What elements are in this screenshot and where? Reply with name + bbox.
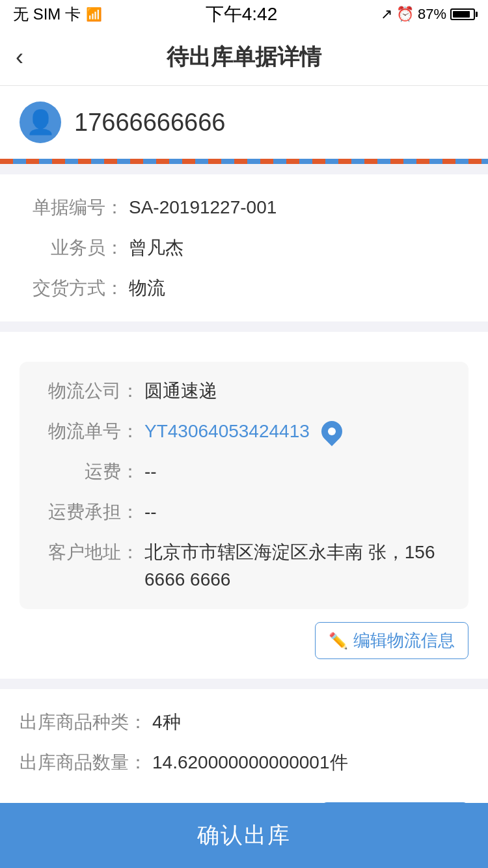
battery-fill (453, 11, 470, 18)
back-button[interactable]: ‹ (16, 44, 23, 71)
wifi-icon: 📶 (86, 7, 102, 22)
logistics-company-label: 物流公司： (35, 377, 139, 405)
logistics-company-value: 圆通速递 (139, 377, 453, 405)
nav-bar: ‹ 待出库单据详情 (0, 29, 488, 86)
goods-type-row: 出库商品种类： 4种 (20, 709, 468, 736)
salesman-label: 业务员： (20, 234, 124, 262)
delivery-label: 交货方式： (20, 275, 124, 302)
order-no-value: SA-20191227-001 (124, 194, 468, 221)
goods-type-label: 出库商品种类： (20, 709, 147, 736)
freight-label: 运费： (35, 458, 139, 485)
address-value: 北京市市辖区海淀区永丰南 张，156 6666 6666 (139, 539, 453, 593)
freight-bear-row: 运费承担： -- (35, 498, 453, 526)
salesman-row: 业务员： 曾凡杰 (20, 234, 468, 262)
order-info-section: 单据编号： SA-20191227-001 业务员： 曾凡杰 交货方式： 物流 (0, 174, 488, 321)
logistics-card: 物流公司： 圆通速递 物流单号： YT43064053424413 运费： --… (20, 362, 468, 609)
order-no-row: 单据编号： SA-20191227-001 (20, 194, 468, 221)
page-title: 待出库单据详情 (167, 42, 321, 72)
address-label: 客户地址： (35, 539, 139, 566)
address-row: 客户地址： 北京市市辖区海淀区永丰南 张，156 6666 6666 (35, 539, 453, 593)
edit-logistics-button[interactable]: ✏️ 编辑物流信息 (315, 622, 468, 659)
battery-percent: 87% (418, 6, 446, 23)
carrier-label: 无 SIM 卡 (13, 4, 81, 25)
logistics-company-row: 物流公司： 圆通速递 (35, 377, 453, 405)
order-no-label: 单据编号： (20, 194, 124, 221)
edit-icon: ✏️ (329, 632, 348, 650)
avatar: 👤 (20, 102, 61, 143)
goods-quantity-label: 出库商品数量： (20, 749, 147, 776)
freight-bear-label: 运费承担： (35, 498, 139, 526)
goods-type-value: 4种 (147, 709, 468, 736)
dashed-divider (0, 159, 488, 164)
logistics-tracking-label: 物流单号： (35, 418, 139, 445)
delivery-row: 交货方式： 物流 (20, 275, 468, 302)
salesman-value: 曾凡杰 (124, 234, 468, 262)
customer-header: 👤 17666666666 (0, 86, 488, 159)
status-right: ↗ ⏰ 87% (381, 6, 475, 23)
goods-quantity-value: 14.620000000000001件 (147, 749, 468, 776)
freight-bear-value: -- (139, 498, 453, 526)
avatar-icon: 👤 (26, 109, 55, 136)
status-bar: 无 SIM 卡 📶 下午4:42 ↗ ⏰ 87% (0, 0, 488, 29)
goods-quantity-row: 出库商品数量： 14.620000000000001件 (20, 749, 468, 776)
alarm-icon: ⏰ (396, 6, 414, 23)
logistics-section: 物流公司： 圆通速递 物流单号： YT43064053424413 运费： --… (0, 332, 488, 679)
status-left: 无 SIM 卡 📶 (13, 4, 102, 25)
battery-icon (450, 8, 475, 20)
status-time: 下午4:42 (206, 2, 278, 27)
location-status-icon: ↗ (381, 6, 392, 23)
freight-value: -- (139, 458, 453, 485)
freight-row: 运费： -- (35, 458, 453, 485)
delivery-value: 物流 (124, 275, 468, 302)
customer-phone: 17666666666 (74, 109, 225, 137)
confirm-button[interactable]: 确认出库 (0, 803, 488, 868)
edit-btn-container: ✏️ 编辑物流信息 (20, 609, 468, 659)
back-icon: ‹ (16, 44, 23, 71)
tracking-location-icon[interactable] (317, 416, 346, 446)
logistics-tracking-value: YT43064053424413 (139, 418, 453, 445)
logistics-tracking-row: 物流单号： YT43064053424413 (35, 418, 453, 445)
